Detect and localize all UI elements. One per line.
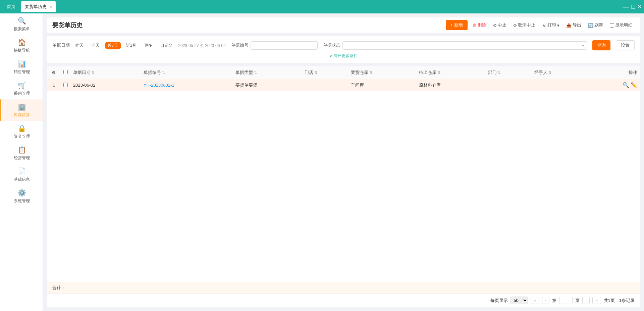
row-handler [532,79,589,91]
date-btn-1month[interactable]: 近1月 [123,42,140,49]
col-req-warehouse[interactable]: 要货仓库 [348,66,417,79]
first-page-button[interactable]: « [531,297,539,304]
page-header: 要货单历史 + 新增 🗑 删除 ⊘ 中止 ⊘ 取消中止 🖨 打印 [47,17,640,33]
tab-close-icon[interactable]: × [50,5,52,9]
display-detail-checkbox[interactable] [610,23,614,28]
col-docno[interactable]: 单据编号 [141,66,233,79]
row-pending-warehouse: 原材料仓库 [416,79,485,91]
col-department[interactable]: 部门 [485,66,532,79]
window-controls: — □ × [623,3,641,10]
edit-icon[interactable]: ✏️ [631,82,637,88]
col-pending-warehouse[interactable]: 待出仓库 [416,66,485,79]
row-docno[interactable]: YH-20230602-1 [141,79,233,91]
row-req-warehouse: 车间库 [348,79,417,91]
tab-home[interactable]: 首页 [3,1,19,12]
suspend-label: 中止 [498,22,506,28]
minimize-icon[interactable]: — [623,3,629,10]
refresh-icon: 🔄 [588,23,593,28]
sidebar-item-finance[interactable]: 🔒 资金管理 [0,121,43,142]
date-btn-yesterday[interactable]: 昨天 [72,42,87,49]
top-bar: 首页 要货单历史 × — □ × [0,0,644,13]
date-btn-more[interactable]: 更多 [141,42,155,49]
tab-bar: 首页 要货单历史 × [3,1,623,12]
doc-icon: 📄 [18,167,26,175]
prev-page-button[interactable]: ‹ [542,297,549,304]
view-icon[interactable]: 🔍 [623,82,629,88]
col-handler[interactable]: 经手人 [532,66,589,79]
display-detail-button[interactable]: 显示明细 [608,21,635,30]
sidebar-item-basic[interactable]: 📄 基础信息 [0,164,43,185]
per-page-label: 每页显示 [490,298,508,304]
page-input[interactable]: 1 [559,297,573,304]
filter-row-1: 单据日期 昨天 今天 近7天 近1月 更多 自定义 2023-05-27 至 2… [52,40,635,50]
sidebar-item-operations[interactable]: 📋 经营管理 [0,142,43,164]
expand-more-label: 展开更多条件 [333,53,358,59]
close-window-icon[interactable]: × [638,3,641,10]
date-filter-group: 单据日期 昨天 今天 近7天 近1月 更多 自定义 2023-05-27 至 2… [52,42,226,49]
chart-icon: 📊 [18,60,26,68]
status-select[interactable] [342,41,587,50]
maximize-icon[interactable]: □ [632,3,635,10]
docno-input[interactable] [251,41,318,50]
total-records-label: 共1页，1条记录 [604,298,635,304]
export-button[interactable]: 📤 导出 [564,21,583,30]
delete-button[interactable]: 🗑 删除 [470,21,488,30]
date-range-display: 2023-05-27 至 2023-06-02 [178,43,225,49]
print-button[interactable]: 🖨 打印 ▾ [540,21,561,30]
sidebar-item-quicknav-label: 快捷导航 [14,48,30,53]
settings-gear-icon[interactable]: ⚙ [52,70,56,75]
docno-filter-group: 单据编号 [231,41,318,50]
print-label: 打印 [547,22,556,28]
suspend-button[interactable]: ⊘ 中止 [491,21,508,30]
col-date[interactable]: 单据日期 [70,66,141,79]
table-area: ⚙ 单据日期 单据编号 单据类型 门店 要货仓库 待出仓库 部门 [47,66,640,307]
sidebar-item-purchase[interactable]: 🛒 采购管理 [0,78,43,99]
col-actions: 操作 [589,66,640,79]
row-checkbox[interactable] [63,83,68,87]
query-button[interactable]: 查询 [592,40,610,50]
row-num: 1 [47,79,60,91]
search-icon: 🔍 [18,17,26,25]
status-filter-label: 单据状态 [323,42,340,48]
col-settings[interactable]: ⚙ [47,66,60,79]
settings-button[interactable]: 设置 [616,40,635,50]
select-all-checkbox[interactable] [63,70,68,74]
unsuspend-button[interactable]: ⊘ 取消中止 [511,21,537,30]
row-department [485,79,532,91]
table-row: 1 2023-06-02 YH-20230602-1 要货单要货 车间库 [47,79,640,91]
next-page-button[interactable]: › [582,297,590,304]
date-btn-today[interactable]: 今天 [89,42,103,49]
date-shortcuts: 昨天 今天 近7天 近1月 更多 自定义 [72,42,175,49]
sidebar-item-inventory[interactable]: 🏢 库存核算 [0,99,43,121]
last-page-button[interactable]: » [592,297,601,304]
unsuspend-icon: ⊘ [513,23,517,28]
date-btn-custom[interactable]: 自定义 [157,42,175,49]
refresh-button[interactable]: 🔄 刷新 [586,21,605,30]
date-btn-7days[interactable]: 近7天 [105,42,121,49]
row-doctype: 要货单要货 [233,79,302,91]
sidebar-item-sales[interactable]: 📊 销售管理 [0,56,43,78]
row-date: 2023-06-02 [70,79,141,91]
action-icons: 🔍 ✏️ [591,82,637,88]
col-store[interactable]: 门店 [302,66,348,79]
sidebar-item-quicknav[interactable]: 🏠 快捷导航 [0,35,43,56]
home-icon: 🏠 [18,38,26,46]
suspend-icon: ⊘ [493,23,497,28]
filter-area: 单据日期 昨天 今天 近7天 近1月 更多 自定义 2023-05-27 至 2… [47,36,640,63]
sidebar: 🔍 搜索菜单 🏠 快捷导航 📊 销售管理 🛒 采购管理 🏢 库存核算 🔒 资金管… [0,13,43,311]
gear-icon: ⚙️ [18,189,26,197]
per-page-select[interactable]: 50 10 20 100 [511,297,528,304]
page-suffix: 页 [575,298,580,304]
col-checkbox [60,66,70,79]
row-actions: 🔍 ✏️ [589,79,640,91]
expand-more-button[interactable]: ∨ 展开更多条件 [329,53,358,59]
expand-more-wrapper: ∨ 展开更多条件 [52,53,635,59]
row-docno-link[interactable]: YH-20230602-1 [144,83,174,88]
new-button[interactable]: + 新增 [446,20,468,30]
sidebar-item-search[interactable]: 🔍 搜索菜单 [0,13,43,35]
col-doctype[interactable]: 单据类型 [233,66,302,79]
sidebar-item-system[interactable]: ⚙️ 系统管理 [0,185,43,207]
tab-active-label: 要货单历史 [25,4,47,10]
tab-active[interactable]: 要货单历史 × [21,1,56,12]
cart-icon: 🛒 [18,81,26,89]
